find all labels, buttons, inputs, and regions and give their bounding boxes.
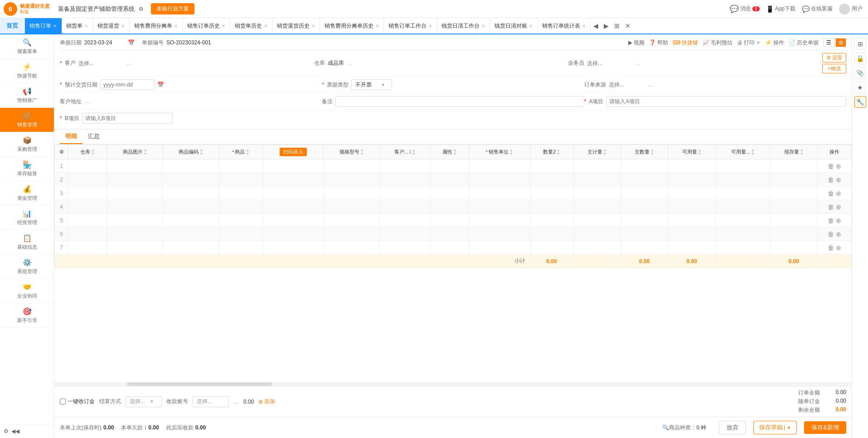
tab-next-arrow[interactable]: ▶ xyxy=(601,18,611,34)
sidebar-item-system[interactable]: ⚙️ 系统管理 xyxy=(0,255,54,279)
cell-current-stock-2[interactable] xyxy=(770,173,817,187)
right-panel-icon-0[interactable]: ⊞ xyxy=(854,38,866,50)
col-image[interactable]: 商品图片▲▼ xyxy=(107,145,163,159)
col-scan[interactable]: 扫码录入 xyxy=(262,145,323,159)
cell-product-2[interactable] xyxy=(219,173,262,187)
calendar-icon[interactable]: 📅 xyxy=(128,39,135,46)
note-input[interactable] xyxy=(335,96,584,107)
copy-row-6-icon[interactable]: ⊕ xyxy=(836,231,841,238)
tab-sales-order-close[interactable]: ✕ xyxy=(53,24,57,29)
tab-sales-order[interactable]: 销售订单 ✕ xyxy=(25,18,62,34)
video-btn[interactable]: ▶ 视频 xyxy=(628,39,645,47)
col-settings[interactable]: ⚙ xyxy=(55,145,68,159)
cell-product-1[interactable] xyxy=(219,159,262,173)
single-date-input[interactable] xyxy=(84,39,125,46)
cell-attribute-2[interactable] xyxy=(430,173,469,187)
copy-row-1-icon[interactable]: ⊕ xyxy=(836,163,841,170)
copy-row-3-icon[interactable]: ⊕ xyxy=(836,190,841,197)
tab-daily-workbench[interactable]: 钱货日清工作台 ✕ xyxy=(437,18,490,34)
settings-side-btn[interactable]: ⚙ 设置 xyxy=(822,53,846,63)
right-panel-icon-2[interactable]: 📎 xyxy=(854,67,866,79)
tab-summary[interactable]: 汇总 xyxy=(82,130,105,144)
cell-spec-1[interactable] xyxy=(324,159,380,173)
cell-scan-2[interactable] xyxy=(262,173,323,187)
payment-method-select[interactable]: 选择... ▼ xyxy=(126,396,162,407)
tab-workbench[interactable]: 销售订单工作台 ✕ xyxy=(384,18,437,34)
operation-btn[interactable]: ⚡ 操作 xyxy=(765,39,784,47)
industry-btn[interactable]: 体验行业方案 xyxy=(151,3,194,14)
tab-stats[interactable]: 销售订单统计表 ✕ xyxy=(538,18,591,34)
sidebar-item-marketing[interactable]: 📢 营销推广 xyxy=(0,83,54,108)
right-panel-icon-4[interactable]: 🔧 xyxy=(854,96,866,108)
cell-spec-2[interactable] xyxy=(324,173,380,187)
discard-btn[interactable]: 放弃 xyxy=(719,421,746,434)
tab-expand[interactable]: ⊞ xyxy=(611,18,622,34)
print-btn[interactable]: 🖨 打印 ▼ xyxy=(737,39,761,47)
cell-main-unit-1[interactable] xyxy=(573,159,621,173)
delete-row-5-icon[interactable]: 🗑 xyxy=(828,217,834,224)
cell-main-unit-2[interactable] xyxy=(573,173,621,187)
copy-row-2-icon[interactable]: ⊕ xyxy=(836,176,841,183)
tab-goods-history[interactable]: 销货单历史 ✕ xyxy=(230,18,272,34)
system-settings-icon[interactable]: ⚙ xyxy=(135,3,147,15)
cell-main-qty-1[interactable] xyxy=(621,159,668,173)
sidebar-item-basic[interactable]: 📋 基础信息 xyxy=(0,230,54,255)
delete-row-4-icon[interactable]: 🗑 xyxy=(828,203,834,211)
one-click-checkbox[interactable] xyxy=(60,399,66,404)
cell-available-1[interactable] xyxy=(668,159,715,173)
help-btn[interactable]: ❓ 帮助 xyxy=(649,39,668,47)
b-project-input[interactable] xyxy=(82,113,173,124)
sidebar-item-purchase[interactable]: 📦 采购管理 xyxy=(0,132,54,157)
add-btn[interactable]: ⊕ 添加 xyxy=(258,398,275,405)
tab-fee-history[interactable]: 销售费用分摊单历史 ✕ xyxy=(320,18,384,34)
delete-row-2-icon[interactable]: 🗑 xyxy=(828,176,834,183)
sidebar-item-finance[interactable]: 💰 资金管理 xyxy=(0,181,54,206)
col-customer-code[interactable]: 客户...ℹ▲▼ xyxy=(379,145,430,159)
tab-return[interactable]: 销货退货 ✕ xyxy=(93,18,130,34)
cell-sales-unit-1[interactable] xyxy=(469,159,530,173)
cell-customer-code-2[interactable] xyxy=(379,173,430,187)
copy-row-5-icon[interactable]: ⊕ xyxy=(836,217,841,224)
expected-date-calendar-icon[interactable]: 📅 xyxy=(157,82,164,88)
sidebar-item-search[interactable]: 🔍 搜索菜单 xyxy=(0,34,54,59)
cell-customer-code-1[interactable] xyxy=(379,159,430,173)
customer-input[interactable] xyxy=(78,60,124,67)
shortcut-btn[interactable]: ⌨ 快捷键 xyxy=(673,39,698,47)
cell-attribute-1[interactable] xyxy=(430,159,469,173)
sidebar-item-guide[interactable]: 🎯 新手引导 xyxy=(0,303,54,328)
tab-prev-arrow[interactable]: ◀ xyxy=(591,18,601,34)
expected-date-input[interactable] xyxy=(100,79,155,90)
cell-image-1[interactable] xyxy=(107,159,163,173)
col-warehouse[interactable]: 仓库▲▼ xyxy=(68,145,107,159)
tab-sales-goods-close[interactable]: ✕ xyxy=(84,24,88,29)
save-draft-btn[interactable]: 保存草稿 ▼ xyxy=(753,421,797,434)
cell-available2-1[interactable] xyxy=(715,159,770,173)
tab-close-all[interactable]: ✕ xyxy=(622,18,633,34)
cell-sales-unit-2[interactable] xyxy=(469,173,530,187)
sidebar-item-inventory[interactable]: 🏪 库存核算 xyxy=(0,157,54,181)
copy-row-4-icon[interactable]: ⊕ xyxy=(836,203,841,211)
tab-reconcile[interactable]: 钱货日清对账 ✕ xyxy=(490,18,538,34)
profit-btn[interactable]: 📈 毛利预估 xyxy=(703,39,732,47)
one-click-checkbox-label[interactable]: 一键收订金 xyxy=(60,398,95,405)
scan-btn[interactable]: 扫码录入 xyxy=(280,148,307,156)
a-project-input[interactable] xyxy=(606,96,846,107)
user-avatar[interactable]: 用户 xyxy=(839,4,863,14)
save-draft-dropdown-icon[interactable]: ▼ xyxy=(784,425,791,430)
sidebar-collapse-icon[interactable]: ◀◀ xyxy=(11,428,19,434)
bank-account-select[interactable]: 选择... xyxy=(193,396,229,407)
messages-btn[interactable]: 💬 消息 9 xyxy=(730,5,760,13)
customer-ellipsis[interactable]: … xyxy=(126,60,132,67)
right-panel-icon-1[interactable]: 🔒 xyxy=(854,53,866,64)
logistics-btn[interactable]: +物流 xyxy=(822,64,846,73)
sidebar-item-enterprise[interactable]: 🤝 企业协同 xyxy=(0,279,54,303)
cell-code-2[interactable] xyxy=(163,173,219,187)
order-source-ellipsis[interactable]: … xyxy=(648,82,653,88)
col-attribute[interactable]: 属性▲▼ xyxy=(430,145,469,159)
cell-scan-1[interactable] xyxy=(262,159,323,173)
online-service-btn[interactable]: 💬 在线客服 xyxy=(802,5,833,13)
tab-home[interactable]: 首页 xyxy=(0,18,25,34)
sidebar-item-quick-nav[interactable]: ⚡ 快捷导航 xyxy=(0,59,54,83)
delete-row-6-icon[interactable]: 🗑 xyxy=(828,231,834,238)
order-source-input[interactable] xyxy=(609,82,645,88)
